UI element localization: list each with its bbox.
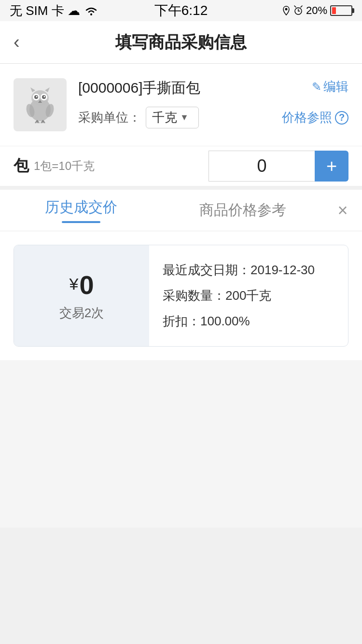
price-ref-label: 价格参照 [282, 109, 332, 126]
purchase-qty-value: 200千克 [225, 288, 271, 303]
purchase-qty-label: 采购数量： [163, 288, 225, 303]
quantity-plus-button[interactable]: + [315, 151, 348, 182]
alarm-icon [293, 5, 303, 16]
product-info: [0000006]手撕面包 ✎ 编辑 采购单位： 千克 ▼ 价格参照 ? [78, 78, 348, 128]
svg-point-0 [90, 14, 92, 15]
price-ref-info-icon: ? [335, 111, 348, 125]
price-value: 0 [79, 270, 94, 300]
tab-history-price[interactable]: 历史成交价 [0, 190, 162, 231]
product-thumbnail [14, 78, 67, 131]
product-header: [0000006]手撕面包 ✎ 编辑 [78, 78, 348, 98]
wifi-icon [84, 5, 98, 16]
product-logo-icon [21, 85, 59, 124]
discount-row: 折扣：100.00% [163, 312, 334, 331]
tab-history-price-label: 历史成交价 [45, 197, 117, 217]
edit-label: 编辑 [323, 78, 348, 95]
product-name: [0000006]手撕面包 [78, 78, 200, 98]
svg-point-1 [285, 8, 287, 11]
dropdown-arrow-icon: ▼ [180, 112, 189, 123]
recent-date-value: 2019-12-30 [251, 263, 315, 277]
product-meta: 采购单位： 千克 ▼ 价格参照 ? [78, 107, 348, 128]
quantity-unit: 包 [14, 155, 29, 177]
svg-point-12 [44, 96, 45, 98]
main-content: 历史成交价 商品价格参考 × ¥ 0 交易2次 最近成交日期：2019-12-3… [0, 190, 362, 528]
tabs-bar: 历史成交价 商品价格参考 × [0, 190, 362, 231]
price-card-area: ¥ 0 交易2次 最近成交日期：2019-12-30 采购数量：200千克 折扣… [0, 231, 362, 360]
svg-marker-14 [30, 87, 35, 92]
svg-point-11 [36, 96, 38, 98]
tab-active-underline [62, 221, 100, 223]
battery-percent: 20% [306, 4, 327, 17]
quantity-control: 0 + [209, 151, 348, 182]
unit-row: 采购单位： 千克 ▼ [78, 107, 199, 128]
product-card: [0000006]手撕面包 ✎ 编辑 采购单位： 千克 ▼ 价格参照 ? [0, 64, 362, 146]
recent-date-label: 最近成交日期： [163, 263, 251, 277]
status-bar: 无 SIM 卡 ☁ 下午6:12 20% [0, 0, 362, 21]
price-summary: ¥ 0 交易2次 [14, 245, 149, 346]
status-time: 下午6:12 [154, 1, 208, 20]
unit-select[interactable]: 千克 ▼ [146, 107, 199, 128]
unit-label: 采购单位： [78, 109, 141, 126]
discount-label: 折扣： [163, 314, 200, 328]
location-icon [282, 5, 291, 16]
back-button[interactable]: ‹ [14, 32, 20, 53]
price-ref-button[interactable]: 价格参照 ? [282, 109, 348, 126]
tab-price-ref-label: 商品价格参考 [199, 200, 286, 220]
status-left: 无 SIM 卡 ☁ [10, 2, 98, 19]
discount-value: 100.00% [200, 314, 250, 328]
quantity-input[interactable]: 0 [209, 151, 315, 182]
unit-value: 千克 [152, 109, 177, 126]
purchase-qty-row: 采购数量：200千克 [163, 286, 334, 305]
price-details: 最近成交日期：2019-12-30 采购数量：200千克 折扣：100.00% [149, 245, 348, 346]
quantity-subunit: 1包=10千克 [34, 158, 95, 174]
edit-icon: ✎ [312, 80, 321, 94]
currency-symbol: ¥ [70, 275, 79, 294]
page-title: 填写商品采购信息 [115, 31, 247, 54]
edit-button[interactable]: ✎ 编辑 [312, 78, 348, 95]
price-amount: ¥ 0 [70, 270, 94, 300]
tab-close-button[interactable]: × [323, 200, 362, 221]
battery-icon [330, 5, 352, 16]
status-right: 20% [282, 4, 352, 17]
sim-signal-text: 无 SIM 卡 ☁ [10, 2, 80, 19]
quantity-row: 包 1包=10千克 0 + [0, 146, 362, 190]
nav-bar: ‹ 填写商品采购信息 [0, 21, 362, 64]
transaction-count: 交易2次 [59, 305, 104, 322]
quantity-label: 包 1包=10千克 [14, 155, 95, 177]
tab-price-ref[interactable]: 商品价格参考 [162, 190, 323, 231]
price-card: ¥ 0 交易2次 最近成交日期：2019-12-30 采购数量：200千克 折扣… [14, 245, 348, 347]
svg-marker-15 [45, 87, 50, 92]
recent-date-row: 最近成交日期：2019-12-30 [163, 261, 334, 280]
